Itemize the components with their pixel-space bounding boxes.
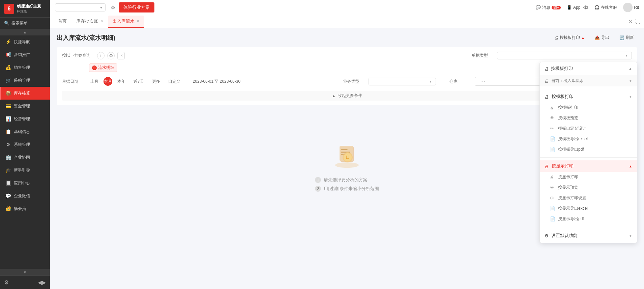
filter-tag-icon: 🔴 <box>92 65 97 70</box>
display-section-label: 按显示打印 <box>552 163 574 169</box>
export-button[interactable]: 📤 导出 <box>591 33 613 42</box>
sidebar-item-app-center[interactable]: 🔲 应用中心 <box>0 177 50 189</box>
display-print-label: 按显示打印 <box>558 174 578 180</box>
sidebar-item-marketing[interactable]: 📢 营销推广 <box>0 48 50 61</box>
guide-icon: 🎓 <box>5 167 11 173</box>
tab-inventory-batch-close[interactable]: ✕ <box>100 19 103 23</box>
app-download-button[interactable]: 📱 App下载 <box>567 5 588 10</box>
sidebar-item-vip[interactable]: 👑 畅会员 <box>0 202 50 215</box>
app-container: 6 畅捷通好生意 标准版 🔍 搜索菜单 ▲ ⚡ 快捷导航 📢 营销推广 � <box>0 0 644 289</box>
template-export-excel-item[interactable]: 📄 按模板导出excel <box>540 134 637 144</box>
template-section-icon: 🖨 <box>545 94 549 99</box>
tab-flow[interactable]: 出入库流水 ✕ <box>108 16 144 28</box>
business-type-arrow-icon: ▼ <box>429 80 432 83</box>
nav-label: 应用中心 <box>14 180 30 186</box>
display-print-section-header[interactable]: 🖨 按显示打印 ▲ <box>540 160 637 172</box>
tab-close-all-button[interactable]: ✕ <box>628 18 633 25</box>
tab-flow-close[interactable]: ✕ <box>137 19 140 23</box>
tab-inventory-batch[interactable]: 库存批次账 ✕ <box>71 16 108 28</box>
date-btn-last-month[interactable]: 上月 <box>87 77 101 86</box>
display-print-item[interactable]: 🖨 按显示打印 <box>540 172 637 182</box>
display-export-pdf-item[interactable]: 📄 按显示导出pdf <box>540 214 637 224</box>
display-print-settings-item[interactable]: ⚙ 按显示打印设置 <box>540 193 637 203</box>
message-button[interactable]: 💬 消息 99+ <box>536 5 561 10</box>
sidebar-item-operations[interactable]: 📊 经营管理 <box>0 112 50 125</box>
industry-solution-button[interactable]: 体验行业方案 <box>119 2 154 12</box>
template-export-pdf-item[interactable]: 📄 按模板导出pdf <box>540 144 637 155</box>
display-excel-icon: 📄 <box>550 206 555 211</box>
nav-label: 企业微信 <box>14 193 30 199</box>
collapse-sidebar-icon[interactable]: ◀▶ <box>38 279 46 286</box>
display-preview-label: 按显示预览 <box>558 185 578 190</box>
display-export-pdf-label: 按显示导出pdf <box>558 216 584 222</box>
sidebar-item-basic[interactable]: 📋 基础信息 <box>0 125 50 138</box>
template-print-label: 按模板打印 <box>560 35 580 41</box>
date-btn-custom[interactable]: 自定义 <box>165 77 183 86</box>
sidebar-search[interactable]: 🔍 搜索菜单 <box>0 18 50 29</box>
settings-icon[interactable]: ⚙ <box>4 279 9 286</box>
user-avatar-area[interactable]: Rit <box>623 3 639 12</box>
sidebar-item-purchase[interactable]: 🛒 采购管理 <box>0 74 50 87</box>
topbar-search-input[interactable] <box>55 3 106 11</box>
add-filter-btn[interactable]: + <box>97 52 105 59</box>
refresh-button[interactable]: 🔄 刷新 <box>616 33 637 42</box>
sidebar-logo: 6 畅捷通好生意 标准版 <box>0 0 50 18</box>
logo-icon: 6 <box>4 4 14 14</box>
item-design-icon: ✏ <box>550 126 555 131</box>
topbar: ▼ ⚙ 体验行业方案 💬 消息 99+ 📱 App下载 🎧 在线客服 <box>50 0 644 15</box>
template-print-item-label: 按模板打印 <box>558 105 578 110</box>
sidebar-item-quick-nav[interactable]: ⚡ 快捷导航 <box>0 35 50 48</box>
warehouse-label: 仓库 <box>449 79 468 84</box>
date-btn-this-year[interactable]: 本年 <box>114 77 128 86</box>
current-print-icon: 🖨 <box>545 79 549 83</box>
dropdown-panel-header[interactable]: 🖨 按模板打印 ▲ <box>540 62 637 75</box>
sidebar-item-enterprise-wechat[interactable]: 💬 企业微信 <box>0 189 50 202</box>
date-btn-this-month[interactable]: 本月 <box>104 77 112 86</box>
business-type-select[interactable]: ▼ <box>369 78 436 85</box>
template-print-button[interactable]: 🖨 按模板打印 ▲ <box>551 33 588 42</box>
svg-point-7 <box>344 153 352 161</box>
search-icon: 🔍 <box>4 21 9 26</box>
flow-detail-tag[interactable]: 🔴 流水明细 <box>89 63 117 72</box>
search-menu-label: 搜索菜单 <box>11 20 28 26</box>
sidebar-scroll-up[interactable]: ▲ <box>0 29 50 35</box>
inventory-icon: 📦 <box>5 90 11 96</box>
brand-name: 畅捷通好生意 <box>17 3 41 9</box>
step-2-text: 用[过滤]条件来缩小分析范围 <box>324 186 379 192</box>
display-export-excel-item[interactable]: 📄 按显示导出excel <box>540 203 637 214</box>
message-badge: 99+ <box>552 6 561 9</box>
bill-type-label: 单据类型 <box>472 53 490 58</box>
page-actions-row: 🖨 按模板打印 ▲ 📤 导出 🔄 刷新 <box>551 33 637 42</box>
filter-settings-btn[interactable]: ⚙ <box>107 52 115 59</box>
divider-1 <box>540 88 637 88</box>
set-default-section: ⚙ 设置默认功能 ▼ <box>540 229 637 243</box>
tab-maximize-button[interactable]: ⛶ <box>635 19 641 25</box>
set-default-section-header[interactable]: ⚙ 设置默认功能 ▼ <box>540 230 637 241</box>
template-preview-item[interactable]: 👁 按模板预览 <box>540 113 637 123</box>
topbar-dropdown-icon: ▼ <box>99 6 103 9</box>
sidebar-item-inventory[interactable]: 📦 库存核算 <box>0 87 50 100</box>
date-btn-more[interactable]: 更多 <box>149 77 163 86</box>
bill-type-select[interactable]: ▼ <box>497 52 632 59</box>
sidebar-item-finance[interactable]: 💳 资金管理 <box>0 100 50 112</box>
template-design-item[interactable]: ✏ 模板自定义设计 <box>540 123 637 134</box>
sidebar-item-sales[interactable]: 💰 销售管理 <box>0 61 50 74</box>
filter-collapse-btn[interactable]: 《 <box>117 52 125 59</box>
sidebar-item-enterprise[interactable]: 🏢 企业协同 <box>0 151 50 164</box>
tab-home[interactable]: 首页 <box>53 16 71 28</box>
empty-step-2: 2 用[过滤]条件来缩小分析范围 <box>315 186 379 192</box>
date-range-display: 2023-06-01 至 2023-06-30 <box>193 79 240 84</box>
sidebar-item-system[interactable]: ⚙ 系统管理 <box>0 138 50 151</box>
nav-label: 快捷导航 <box>14 39 30 45</box>
template-print-item[interactable]: 🖨 按模板打印 <box>540 102 637 113</box>
export-label: 导出 <box>601 35 609 41</box>
sidebar-item-guide[interactable]: 🎓 新手引导 <box>0 164 50 177</box>
topbar-gear-icon[interactable]: ⚙ <box>111 4 115 11</box>
display-preview-item[interactable]: 👁 按显示预览 <box>540 182 637 193</box>
template-print-section-header[interactable]: 🖨 按模板打印 ▼ <box>540 91 637 102</box>
date-btn-7days[interactable]: 近7天 <box>130 77 147 86</box>
app-center-icon: 🔲 <box>5 180 11 186</box>
print-icon: 🖨 <box>545 66 549 71</box>
online-service-button[interactable]: 🎧 在线客服 <box>594 5 617 10</box>
sidebar-scroll-down[interactable]: ▼ <box>0 269 50 275</box>
